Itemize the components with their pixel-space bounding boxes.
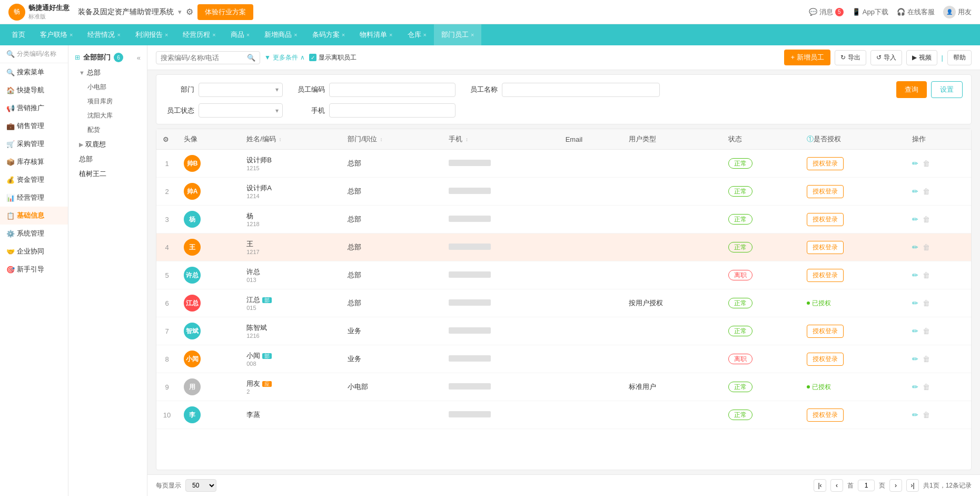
show-resigned-toggle[interactable]: ✓ 显示离职员工 xyxy=(309,53,357,62)
sidebar-item-marketing[interactable]: 📢营销推广 xyxy=(0,99,68,117)
app-download-item[interactable]: 📱 App下载 xyxy=(852,7,888,17)
view-button[interactable]: ▶ 视频 xyxy=(906,50,937,65)
dept-item-zb[interactable]: ▼总部 xyxy=(73,65,147,80)
more-filter-btn[interactable]: ▼ 更多条件 ∧ xyxy=(264,53,305,62)
col-phone[interactable]: 手机 ↕ xyxy=(442,129,559,150)
dept-item-slx[interactable]: ▶双鹿想 xyxy=(73,137,147,152)
emp-code-input[interactable] xyxy=(329,83,456,97)
nav-tab-employees[interactable]: 部门员工 × xyxy=(434,24,481,45)
auth-button[interactable]: 授权登录 xyxy=(807,213,844,226)
try-button[interactable]: 体验行业方案 xyxy=(197,4,253,20)
col-setting[interactable]: ⚙ xyxy=(156,129,177,150)
nav-tab-history[interactable]: 经营历程 × xyxy=(175,24,223,45)
close-icon[interactable]: × xyxy=(294,32,297,38)
emp-name-input[interactable] xyxy=(502,83,660,97)
col-name[interactable]: 姓名/编码 ↕ xyxy=(240,129,341,150)
first-page-button[interactable]: |‹ xyxy=(814,479,826,492)
sidebar-item-inventory[interactable]: 📦库存核算 xyxy=(0,153,68,171)
edit-icon[interactable]: ✏ xyxy=(912,327,918,335)
nav-tab-operations[interactable]: 经营情况 × xyxy=(80,24,127,45)
close-icon[interactable]: × xyxy=(423,32,427,38)
auth-button[interactable]: 授权登录 xyxy=(807,157,844,170)
edit-icon[interactable]: ✏ xyxy=(912,187,918,196)
close-icon[interactable]: × xyxy=(246,32,250,38)
sidebar-item-guide[interactable]: 🎯新手引导 xyxy=(0,260,68,278)
nav-tab-goods[interactable]: 商品 × xyxy=(223,24,257,45)
nav-tab-customer[interactable]: 客户联络 × xyxy=(33,24,80,45)
query-button[interactable]: 查询 xyxy=(896,81,927,98)
delete-icon[interactable]: 🗑 xyxy=(923,243,930,251)
auth-button[interactable]: 授权登录 xyxy=(807,269,844,282)
col-dept[interactable]: 部门/职位 ↕ xyxy=(341,129,442,150)
delete-icon[interactable]: 🗑 xyxy=(923,327,930,335)
setting-button[interactable]: 设置 xyxy=(931,81,963,98)
auth-button[interactable]: 授权登录 xyxy=(807,241,844,254)
export-button[interactable]: ↻ 导出 xyxy=(835,50,866,65)
dept-item-sydk[interactable]: 沈阳大库 xyxy=(81,109,147,123)
nav-tab-warehouse[interactable]: 仓库 × xyxy=(400,24,434,45)
sidebar-item-operations[interactable]: 📊经营管理 xyxy=(0,189,68,207)
help-btn[interactable]: | xyxy=(942,54,943,62)
close-icon[interactable]: × xyxy=(70,32,73,38)
delete-icon[interactable]: 🗑 xyxy=(923,355,930,363)
edit-icon[interactable]: ✏ xyxy=(912,271,918,279)
next-page-button[interactable]: › xyxy=(889,479,902,492)
dept-item-ph[interactable]: 配货 xyxy=(81,123,147,137)
nav-tab-home[interactable]: 首页 xyxy=(4,24,33,45)
edit-icon[interactable]: ✏ xyxy=(912,243,918,251)
search-input[interactable] xyxy=(161,54,245,62)
delete-icon[interactable]: 🗑 xyxy=(923,299,930,307)
edit-icon[interactable]: ✏ xyxy=(912,355,918,363)
dept-item-zb2[interactable]: 总部 xyxy=(73,152,147,167)
prev-page-button[interactable]: ‹ xyxy=(830,479,843,492)
import-button[interactable]: ↺ 导入 xyxy=(870,50,902,65)
sidebar-item-basic[interactable]: 📋基础信息 xyxy=(0,207,68,225)
edit-icon[interactable]: ✏ xyxy=(912,411,918,419)
edit-icon[interactable]: ✏ xyxy=(912,299,918,307)
emp-status-select[interactable] xyxy=(199,103,283,118)
delete-icon[interactable]: 🗑 xyxy=(923,271,930,279)
auth-button[interactable]: 授权登录 xyxy=(807,185,844,198)
dept-item-xdb[interactable]: 小电部 xyxy=(81,80,147,94)
sidebar-item-purchase[interactable]: 🛒采购管理 xyxy=(0,135,68,153)
sidebar-item-finance[interactable]: 💰资金管理 xyxy=(0,171,68,189)
page-number-input[interactable] xyxy=(858,480,875,491)
sidebar-item-search[interactable]: 🔍搜索菜单 xyxy=(0,63,68,81)
settings-icon[interactable]: ⚙ xyxy=(186,7,193,17)
auth-button[interactable]: 授权登录 xyxy=(807,409,844,422)
close-icon[interactable]: × xyxy=(117,32,120,38)
delete-icon[interactable]: 🗑 xyxy=(923,383,930,391)
close-icon[interactable]: × xyxy=(471,32,474,38)
nav-tab-bom[interactable]: 物料清单 × xyxy=(352,24,400,45)
user-item[interactable]: 👤 用友 xyxy=(943,6,972,18)
auth-button[interactable]: 授权登录 xyxy=(807,325,844,338)
message-item[interactable]: 💬 消息 5 xyxy=(809,7,844,17)
edit-icon[interactable]: ✏ xyxy=(912,159,918,168)
nav-tab-profit[interactable]: 利润报告 × xyxy=(128,24,175,45)
sidebar-item-nav[interactable]: 🏠快捷导航 xyxy=(0,81,68,99)
nav-tab-barcode[interactable]: 条码方案 × xyxy=(305,24,352,45)
phone-input[interactable] xyxy=(329,103,456,118)
nav-tab-addgoods[interactable]: 新增商品 × xyxy=(257,24,304,45)
auth-button[interactable]: 授权登录 xyxy=(807,353,844,366)
sidebar-item-sales[interactable]: 💼销售管理 xyxy=(0,117,68,135)
close-icon[interactable]: × xyxy=(165,32,168,38)
help-button[interactable]: 帮助 xyxy=(947,50,972,65)
close-icon[interactable]: × xyxy=(212,32,215,38)
dept-item-xmkf[interactable]: 项目库房 xyxy=(81,94,147,109)
edit-icon[interactable]: ✏ xyxy=(912,383,918,391)
edit-icon[interactable]: ✏ xyxy=(912,215,918,223)
delete-icon[interactable]: 🗑 xyxy=(923,159,930,168)
add-employee-button[interactable]: + 新增员工 xyxy=(784,50,830,65)
collapse-icon[interactable]: « xyxy=(137,54,141,62)
close-icon[interactable]: × xyxy=(389,32,392,38)
delete-icon[interactable]: 🗑 xyxy=(923,215,930,223)
dept-item-zswz[interactable]: 植树王二 xyxy=(73,167,147,181)
online-service-item[interactable]: 🎧 在线客服 xyxy=(897,7,935,17)
sidebar-item-collab[interactable]: 🤝企业协同 xyxy=(0,242,68,260)
delete-icon[interactable]: 🗑 xyxy=(923,187,930,196)
page-size-select[interactable]: 50 100 xyxy=(185,479,216,492)
close-icon[interactable]: × xyxy=(342,32,345,38)
delete-icon[interactable]: 🗑 xyxy=(923,411,930,419)
sidebar-item-system[interactable]: ⚙️系统管理 xyxy=(0,225,68,242)
